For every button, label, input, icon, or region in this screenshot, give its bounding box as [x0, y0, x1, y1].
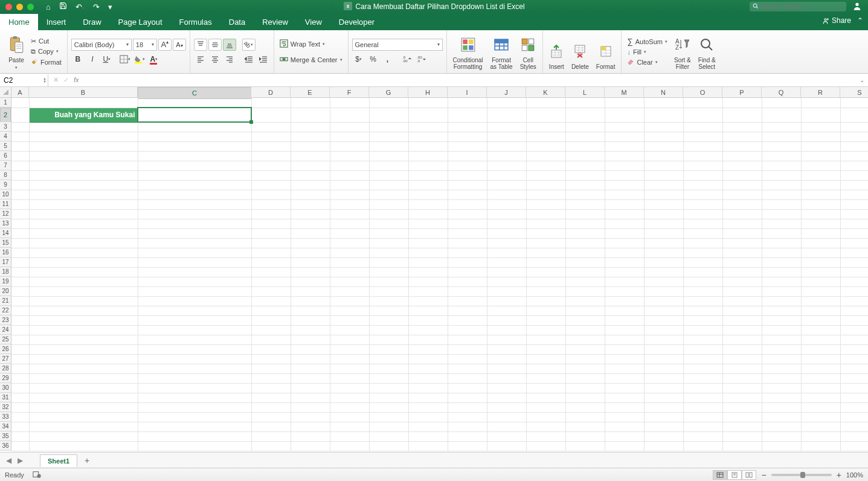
merge-center-button[interactable]: Merge & Center▾	[278, 54, 344, 65]
cell[interactable]	[565, 190, 605, 199]
ribbon-tab-draw[interactable]: Draw	[74, 14, 109, 30]
cell[interactable]	[11, 161, 29, 170]
cell[interactable]	[801, 98, 840, 108]
ribbon-tab-view[interactable]: View	[297, 14, 330, 30]
cell[interactable]	[251, 209, 291, 219]
cell[interactable]	[408, 132, 448, 141]
cell[interactable]	[29, 325, 138, 335]
cell[interactable]	[683, 132, 722, 141]
cell[interactable]	[840, 296, 868, 306]
cell[interactable]	[369, 373, 408, 383]
cell[interactable]	[11, 393, 29, 402]
cell[interactable]	[448, 296, 487, 306]
cell[interactable]	[644, 315, 683, 325]
row-header[interactable]: 22	[0, 306, 11, 315]
cell[interactable]	[683, 228, 722, 238]
cell[interactable]	[138, 373, 251, 383]
cell[interactable]	[487, 277, 526, 286]
cell[interactable]	[291, 98, 330, 108]
cell[interactable]	[683, 296, 722, 306]
cell[interactable]	[487, 161, 526, 170]
cell[interactable]	[330, 306, 369, 315]
cell[interactable]	[251, 296, 291, 306]
cell[interactable]	[369, 248, 408, 257]
cell[interactable]	[722, 257, 762, 267]
cell[interactable]	[840, 306, 868, 315]
cell[interactable]	[762, 277, 801, 286]
cell[interactable]	[487, 132, 526, 141]
cell[interactable]	[526, 335, 565, 344]
cell[interactable]	[644, 180, 683, 190]
cell[interactable]	[487, 257, 526, 267]
cell[interactable]	[251, 141, 291, 151]
cell[interactable]	[722, 441, 762, 451]
cell[interactable]	[11, 170, 29, 180]
cell[interactable]	[762, 286, 801, 296]
cell[interactable]	[251, 344, 291, 354]
cell[interactable]	[487, 431, 526, 441]
cell[interactable]	[840, 315, 868, 325]
cell[interactable]	[565, 98, 605, 108]
delete-cells-button[interactable]: Delete	[569, 33, 591, 71]
cell[interactable]	[683, 277, 722, 286]
cell[interactable]	[722, 354, 762, 364]
cell[interactable]	[683, 108, 722, 122]
cell[interactable]	[565, 132, 605, 141]
cell[interactable]	[448, 344, 487, 354]
cell[interactable]	[330, 180, 369, 190]
cell[interactable]	[722, 199, 762, 209]
cell[interactable]	[683, 209, 722, 219]
cell[interactable]	[369, 170, 408, 180]
cell[interactable]	[762, 315, 801, 325]
cell[interactable]	[138, 180, 251, 190]
cell[interactable]	[408, 431, 448, 441]
cell[interactable]	[408, 161, 448, 170]
cell[interactable]	[762, 441, 801, 451]
cell[interactable]	[448, 108, 487, 122]
cell[interactable]	[644, 335, 683, 344]
cell[interactable]	[408, 325, 448, 335]
cell[interactable]	[762, 402, 801, 412]
cell[interactable]	[251, 108, 291, 122]
enter-formula-icon[interactable]: ✓	[63, 76, 69, 84]
cell[interactable]	[251, 402, 291, 412]
format-painter-button[interactable]: Format	[29, 57, 63, 67]
qat-customize-icon[interactable]: ▾	[108, 2, 112, 11]
cell[interactable]	[448, 98, 487, 108]
cell[interactable]	[840, 141, 868, 151]
row-header[interactable]: 14	[0, 228, 11, 238]
cell[interactable]	[526, 219, 565, 228]
column-header[interactable]: C	[138, 87, 251, 99]
cell[interactable]	[565, 306, 605, 315]
cell[interactable]	[251, 412, 291, 422]
cell[interactable]	[801, 402, 840, 412]
name-box[interactable]: C2 ▲▼	[0, 74, 48, 86]
cell[interactable]	[330, 354, 369, 364]
ribbon-tab-home[interactable]: Home	[0, 14, 38, 30]
cell[interactable]	[565, 108, 605, 122]
cell[interactable]	[369, 354, 408, 364]
cell[interactable]	[11, 132, 29, 141]
cell[interactable]	[369, 431, 408, 441]
cell[interactable]	[29, 344, 138, 354]
cell[interactable]	[251, 122, 291, 132]
cell[interactable]	[840, 373, 868, 383]
cell[interactable]	[762, 344, 801, 354]
row-header[interactable]: 29	[0, 373, 11, 383]
cell[interactable]	[408, 441, 448, 451]
cell[interactable]	[526, 132, 565, 141]
cell[interactable]	[251, 277, 291, 286]
cell[interactable]	[291, 132, 330, 141]
cell[interactable]	[487, 335, 526, 344]
cell[interactable]	[644, 422, 683, 431]
cell[interactable]	[11, 315, 29, 325]
cell[interactable]	[487, 344, 526, 354]
cell[interactable]	[291, 364, 330, 373]
cell[interactable]	[11, 122, 29, 132]
cell[interactable]	[762, 209, 801, 219]
cell[interactable]	[644, 325, 683, 335]
align-right-button[interactable]	[223, 53, 236, 65]
cell[interactable]	[487, 267, 526, 277]
cell[interactable]	[487, 383, 526, 393]
cell[interactable]	[408, 364, 448, 373]
